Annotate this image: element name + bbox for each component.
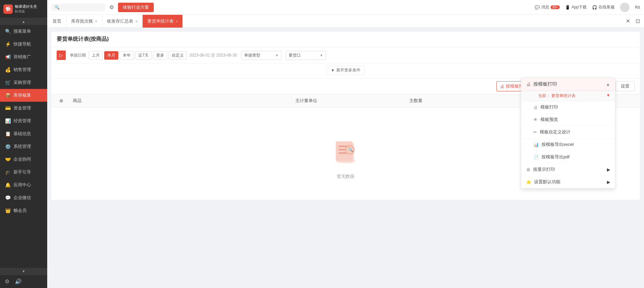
sidebar-item-collab[interactable]: 🤝 企业协同 — [0, 153, 47, 166]
date-btn-prev-month[interactable]: 上月 — [89, 51, 103, 60]
inventory-icon: 📦 — [5, 93, 11, 98]
tab-order-stats-close[interactable]: × — [176, 19, 178, 23]
popup-collapse-btn[interactable]: ▲ — [606, 82, 610, 87]
popup-item-export-excel[interactable]: 📊 按模板导出excel — [521, 138, 615, 151]
sidebar: 畅 畅康通好生意 标准版 ▲ 🔍 搜索菜单 ⚡ 快捷导航 📢 营销推广 💰 销售… — [0, 0, 47, 288]
sidebar-item-wechat[interactable]: 💬 企业微信 — [0, 191, 47, 204]
filter-icon: ▷ — [59, 53, 63, 58]
col-settings[interactable]: ⚙ — [57, 95, 70, 107]
messages-badge: 99+ — [551, 5, 560, 9]
sidebar-item-search[interactable]: 🔍 搜索菜单 — [0, 25, 47, 38]
topbar-actions: 💬 消息 99+ 📱 App下载 🎧 在线客服 Rit — [535, 3, 640, 12]
sidebar-item-basic[interactable]: 📋 基础信息 — [0, 127, 47, 140]
sidebar-nav: 🔍 搜索菜单 ⚡ 快捷导航 📢 营销推广 💰 销售管理 🛒 采购管理 📦 库存核… — [0, 25, 47, 268]
sidebar-item-shortcut[interactable]: ⚡ 快捷导航 — [0, 38, 47, 51]
topbar-search[interactable]: 🔍 — [51, 4, 105, 11]
search-nav-icon: 🔍 — [5, 29, 11, 34]
sidebar-item-inventory[interactable]: 📦 库存核算 — [0, 89, 47, 102]
sidebar-item-label: 营销推广 — [13, 54, 31, 60]
settings-bottom-icon[interactable]: ⚙ — [5, 278, 9, 285]
order-type-arrow-icon: ▼ — [275, 54, 279, 57]
sidebar-bottom: ⚙ 🔊 — [0, 275, 47, 288]
online-service-action[interactable]: 🎧 在线客服 — [592, 4, 615, 10]
settings-gear-icon[interactable]: ⚙ — [108, 3, 115, 12]
sidebar-item-label: 企业微信 — [13, 195, 31, 201]
sidebar-item-member[interactable]: 👑 畅会员 — [0, 204, 47, 217]
date-btn-7days[interactable]: 近7天 — [135, 51, 152, 60]
current-value: 要货单统计表 — [551, 93, 576, 98]
tab-inventory-batch-close[interactable]: × — [95, 19, 97, 23]
expand-more-btn[interactable]: ▼ 展开更多条件 — [326, 66, 365, 75]
popup-item-template-preview[interactable]: 👁 模板预览 — [521, 114, 615, 126]
sidebar-item-marketing[interactable]: 📢 营销推广 — [0, 51, 47, 63]
wechat-icon: 💬 — [5, 195, 11, 200]
sidebar-item-operation[interactable]: 📊 经营管理 — [0, 115, 47, 127]
tab-inventory-batch[interactable]: 库存批次账 × — [66, 15, 102, 28]
page-header: 要货单统计表(按商品) — [51, 32, 640, 47]
col-unit: 主计量单位 — [293, 94, 407, 107]
close-tab-button[interactable]: ✕ — [624, 17, 632, 26]
sidebar-item-finance[interactable]: 💳 资金管理 — [0, 102, 47, 115]
tab-home-label: 首页 — [53, 18, 61, 24]
tab-receipt-summary[interactable]: 收发存汇总表 × — [102, 15, 142, 28]
date-label: 单据日期 — [70, 53, 86, 58]
set-default-icon: ⭐ — [526, 180, 531, 185]
settings-action-btn[interactable]: 设置 — [616, 81, 635, 91]
svg-text:🔍: 🔍 — [348, 148, 353, 152]
template-preview-icon: 👁 — [533, 117, 538, 122]
popup-section-set-default[interactable]: ⭐ 设置默认功能 ▶ — [521, 176, 615, 188]
export-excel-icon: 📊 — [533, 142, 539, 147]
print-icon: 🖨 — [500, 84, 504, 89]
logo-icon: 畅 — [3, 4, 13, 14]
popup-item-label: 按模板导出excel — [541, 141, 574, 148]
messages-action[interactable]: 💬 消息 99+ — [535, 4, 560, 10]
sidebar-item-guide[interactable]: 🎓 新手引导 — [0, 166, 47, 179]
expand-tabs-button[interactable]: ⊡ — [634, 17, 641, 26]
current-arrow-icon[interactable]: ▼ — [606, 93, 610, 98]
trial-industry-button[interactable]: 体验行业方案 — [118, 3, 154, 12]
date-buttons: 上月 本月 本年 近7天 更多 自定义 — [89, 51, 187, 60]
order-goods-select[interactable]: 要货口 ▼ — [286, 51, 326, 60]
tab-home[interactable]: 首页 — [51, 15, 66, 28]
order-type-select[interactable]: 单据类型 ▼ — [241, 51, 282, 60]
tab-order-stats[interactable]: 要货单统计表 × — [143, 15, 183, 28]
app-download-label: App下载 — [572, 4, 587, 10]
sidebar-item-purchase[interactable]: 🛒 采购管理 — [0, 76, 47, 89]
popup-item-label: 模板预览 — [540, 117, 558, 123]
tab-receipt-summary-label: 收发存汇总表 — [107, 18, 133, 24]
user-avatar[interactable] — [620, 3, 630, 12]
scroll-down-btn[interactable]: ▼ — [0, 268, 47, 275]
display-print-arrow-icon: ▶ — [607, 167, 610, 172]
filter-toggle-btn[interactable]: ▷ — [57, 51, 66, 60]
print-popup-title-text: 按模板打印 — [533, 81, 557, 87]
download-icon: 📱 — [565, 5, 570, 10]
popup-item-export-pdf[interactable]: 📄 按模板导出pdf — [521, 151, 615, 163]
popup-current-template: 当前： 要货单统计表 ▼ — [521, 91, 615, 101]
template-custom-icon: ✏ — [533, 130, 537, 135]
sidebar-item-appstore[interactable]: 🔔 应用中心 — [0, 179, 47, 191]
popup-item-template-custom[interactable]: ✏ 模板自定义设计 — [521, 126, 615, 138]
scroll-up-btn[interactable]: ▲ — [0, 18, 47, 25]
date-btn-more[interactable]: 更多 — [153, 51, 167, 60]
sidebar-item-label: 企业协同 — [13, 156, 31, 162]
popup-section-label: 设置默认功能 — [534, 179, 560, 185]
tabbar-end: ✕ ⊡ — [624, 17, 644, 26]
sidebar-item-label: 系统管理 — [13, 143, 31, 150]
popup-section-display-print[interactable]: 🖥 按显示打印 ▶ — [521, 163, 615, 176]
popup-item-template-print[interactable]: 🖨 模板打印 — [521, 101, 615, 114]
date-btn-custom[interactable]: 自定义 — [169, 51, 187, 60]
empty-text: 暂无数据 — [337, 173, 354, 180]
print-popup: 🖨 按模板打印 ▲ 当前： 要货单统计表 ▼ 🖨 模板打印 👁 模板预 — [521, 77, 615, 189]
tab-order-stats-label: 要货单统计表 — [147, 18, 174, 24]
sidebar-item-sales[interactable]: 💰 销售管理 — [0, 63, 47, 76]
date-btn-current-year[interactable]: 本年 — [120, 51, 134, 60]
sidebar-item-label: 畅会员 — [13, 207, 27, 214]
sidebar-item-system[interactable]: ⚙️ 系统管理 — [0, 140, 47, 153]
app-download-action[interactable]: 📱 App下载 — [565, 4, 587, 10]
collab-icon: 🤝 — [5, 157, 11, 162]
username-label: Rit — [635, 5, 640, 10]
marketing-icon: 📢 — [5, 54, 11, 60]
date-btn-current-month[interactable]: 本月 — [104, 51, 118, 60]
tab-receipt-summary-close[interactable]: × — [135, 19, 137, 23]
audio-icon[interactable]: 🔊 — [15, 278, 22, 285]
